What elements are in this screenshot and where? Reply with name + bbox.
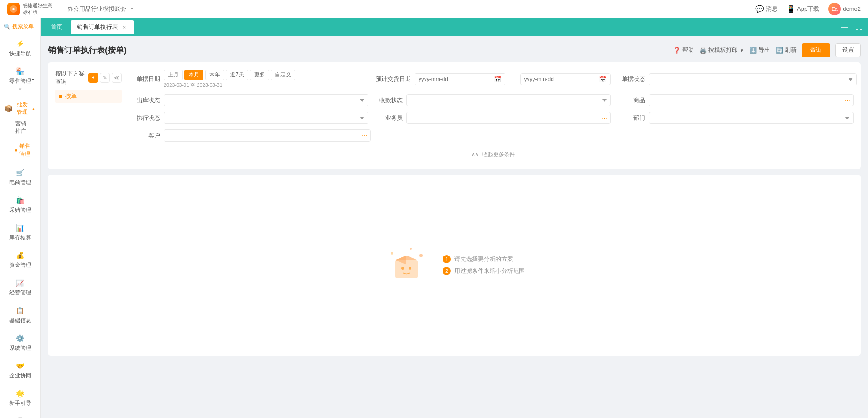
logo-area: 畅捷通好生意 标准版	[7, 2, 52, 15]
date-quick-btns: 上月 本月 本年 近7天 更多 自定义	[164, 70, 368, 80]
sidebar-item-basic[interactable]: 📋 基础信息	[3, 302, 38, 329]
step-2-number: 2	[443, 267, 451, 275]
sidebar-item-newbie[interactable]: 🌟 新手引导	[3, 385, 38, 412]
sidebar-item-appcenter[interactable]: 📱 应用中心	[3, 413, 38, 418]
inventory-icon: 📊	[16, 224, 24, 232]
calendar-start-icon: 📅	[494, 76, 501, 83]
scheme-panel-title: 按以下方案查询	[55, 70, 88, 86]
scheme-edit-btn[interactable]: ✎	[100, 73, 110, 83]
sidebar-item-enterprise[interactable]: 🤝 企业协同	[3, 357, 38, 384]
scheme-add-btn[interactable]: +	[88, 73, 98, 83]
help-btn[interactable]: ❓ 帮助	[673, 46, 694, 54]
filter-row-3: 执行状态 业务员 ···	[133, 112, 854, 124]
date-btn-custom[interactable]: 自定义	[271, 70, 295, 80]
payment-label: 收款状态	[376, 96, 403, 104]
print-icon: 🖨️	[699, 47, 707, 54]
expected-date-start[interactable]	[419, 76, 494, 82]
export-btn[interactable]: ⬇️ 导出	[750, 46, 770, 54]
collapse-bar[interactable]: ∧∧ 收起更多条件	[133, 147, 854, 162]
refresh-icon: 🔄	[776, 47, 783, 54]
salesperson-input[interactable]	[407, 112, 599, 124]
sidebar-item-retail[interactable]: 🏪 零售管理 ▼	[3, 63, 38, 96]
date-btn-more[interactable]: 更多	[250, 70, 269, 80]
top-header: 畅捷通好生意 标准版 办公用品行业模拟账套 ▼ 💬 消息 📱 App下载 Ea …	[0, 0, 868, 18]
product-ellipsis-btn[interactable]: ···	[842, 95, 853, 105]
department-select[interactable]	[649, 112, 854, 124]
execution-select[interactable]	[164, 112, 368, 124]
query-btn[interactable]: 查询	[802, 43, 830, 57]
retail-icon: 🏪	[16, 67, 24, 76]
header-left: 畅捷通好生意 标准版 办公用品行业模拟账套 ▼	[7, 2, 138, 15]
customer-input[interactable]	[164, 130, 359, 141]
tab-active[interactable]: 销售订单执行表 ×	[71, 20, 134, 34]
download-icon: 📱	[787, 5, 795, 13]
date-btn-this-month[interactable]: 本月	[184, 70, 203, 80]
sidebar-item-marketing[interactable]: 营销推广	[5, 116, 36, 139]
newbie-icon: 🌟	[16, 390, 24, 398]
template-print-btn[interactable]: 🖨️ 按模板打印 ▼	[699, 46, 744, 54]
operations-icon: 📈	[16, 279, 24, 287]
expected-date-end[interactable]	[524, 76, 599, 82]
logo-icon	[7, 3, 20, 15]
expected-date-start-wrapper: 📅	[415, 73, 505, 85]
delivery-select[interactable]	[164, 94, 368, 106]
tab-home[interactable]: 首页	[44, 20, 69, 34]
app-download-action[interactable]: 📱 App下载	[787, 5, 819, 13]
filter-delivery-field: 出库状态	[133, 94, 368, 106]
filter-payment-field: 收款状态	[376, 94, 611, 106]
date-btn-last-month[interactable]: 上月	[164, 70, 183, 80]
content-area: 首页 销售订单执行表 × — ⛶ 销售订单执行表(按单) ❓ 帮助	[41, 18, 868, 418]
collapse-icon: ∧∧	[472, 152, 479, 157]
sidebar-item-purchase[interactable]: 🛍️ 采购管理	[3, 192, 38, 218]
logo-text: 畅捷通好生意 标准版	[23, 2, 52, 15]
date-btn-this-year[interactable]: 本年	[205, 70, 224, 80]
scheme-item-by-order[interactable]: 按单	[55, 90, 122, 103]
scheme-collapse-btn[interactable]: ≪	[112, 73, 122, 83]
main-layout: 🔍 搜索菜单 ⚡ 快捷导航 🏪 零售管理 ▼ 📦 批发管理 ▲ 营销推广	[0, 18, 868, 418]
sidebar-item-quicknav[interactable]: ⚡ 快捷导航	[3, 35, 38, 62]
refresh-btn[interactable]: 🔄 刷新	[776, 46, 797, 54]
sidebar-item-sales[interactable]: 销售管理	[5, 139, 36, 162]
execution-label: 执行状态	[133, 114, 160, 122]
empty-illustration	[384, 242, 429, 289]
sidebar-item-inventory[interactable]: 📊 库存核算	[3, 219, 38, 246]
product-input[interactable]	[649, 95, 841, 106]
expected-date-label: 预计交货日期	[376, 75, 411, 83]
enterprise-icon: 🤝	[16, 362, 24, 370]
date-separator: —	[507, 76, 519, 83]
status-label: 单据状态	[618, 75, 645, 83]
print-chevron-icon: ▼	[740, 48, 744, 53]
filter-form: 单据日期 上月 本月 本年 近7天 更多 自定义	[133, 70, 854, 162]
sidebar-item-ecommerce[interactable]: 🛒 电商管理	[3, 164, 38, 191]
search-menu[interactable]: 🔍 搜索菜单	[0, 18, 40, 35]
date-label: 单据日期	[133, 75, 160, 83]
quicknav-icon: ⚡	[16, 40, 24, 48]
header-right: 💬 消息 📱 App下载 Ea demo2	[755, 3, 861, 15]
tab-close-icon[interactable]: ×	[121, 24, 128, 31]
ecommerce-icon: 🛒	[16, 169, 24, 177]
customer-ellipsis-btn[interactable]: ···	[359, 131, 370, 141]
message-action[interactable]: 💬 消息	[755, 5, 778, 13]
empty-step-1: 1 请先选择要分析的方案	[443, 255, 525, 263]
header-divider	[58, 2, 58, 13]
date-btn-7days[interactable]: 近7天	[226, 70, 248, 80]
industry-selector[interactable]: 办公用品行业模拟账套 ▼	[64, 3, 138, 15]
avatar: Ea	[828, 3, 841, 15]
tab-minimize-btn[interactable]: —	[839, 21, 850, 33]
sidebar-item-wholesale[interactable]: 📦 批发管理 ▲ 营销推广 销售管理	[3, 97, 38, 163]
settings-btn[interactable]: 设置	[835, 43, 861, 57]
payment-select[interactable]	[406, 94, 611, 106]
salesperson-ellipsis-btn[interactable]: ···	[599, 113, 610, 123]
sidebar-item-finance[interactable]: 💰 资金管理	[3, 247, 38, 274]
empty-state: 1 请先选择要分析的方案 2 用过滤条件来缩小分析范围	[384, 242, 525, 289]
filter-execution-field: 执行状态	[133, 112, 368, 124]
filter-department-field: 部门	[618, 112, 854, 124]
sidebar-item-operations[interactable]: 📈 经营管理	[3, 275, 38, 301]
tab-maximize-btn[interactable]: ⛶	[854, 21, 864, 33]
sidebar-item-system[interactable]: ⚙️ 系统管理	[3, 330, 38, 356]
user-action[interactable]: Ea demo2	[828, 3, 861, 15]
expected-date-end-wrapper: 📅	[520, 73, 611, 85]
status-select[interactable]	[649, 73, 857, 86]
scheme-panel: 按以下方案查询 + ✎ ≪ 按单	[55, 70, 127, 162]
message-icon: 💬	[755, 5, 764, 13]
